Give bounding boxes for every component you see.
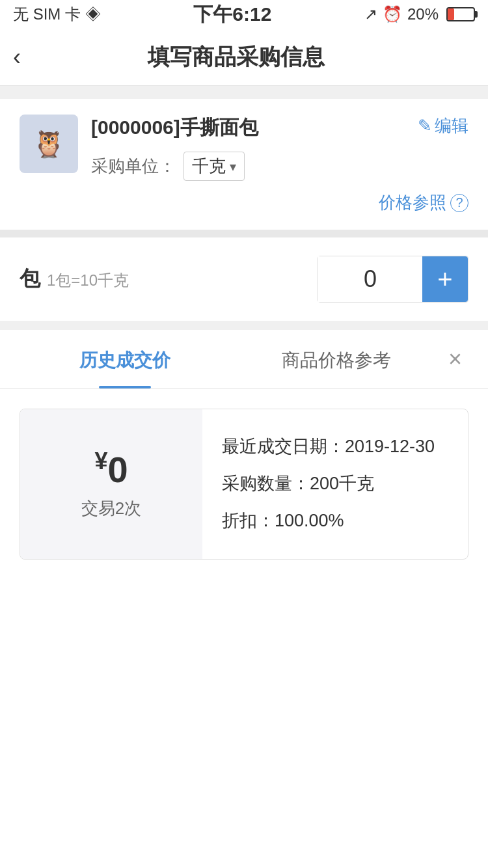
- discount-label: 折扣：: [222, 511, 275, 530]
- purchase-qty-label: 采购数量：: [222, 474, 310, 493]
- status-bar: 无 SIM 卡 ◈ 下午6:12 ↗ ⏰ 20%: [0, 0, 488, 29]
- quantity-plus-button[interactable]: +: [422, 256, 468, 302]
- product-top-row: 🦉 [0000006]手撕面包 采购单位： 千克 ▾ ✎ 编辑: [20, 115, 468, 181]
- product-name: [0000006]手撕面包: [91, 115, 258, 141]
- unit-select-dropdown[interactable]: 千克 ▾: [183, 152, 245, 181]
- product-info: [0000006]手撕面包 采购单位： 千克 ▾: [91, 115, 258, 181]
- quantity-input[interactable]: [318, 256, 422, 302]
- status-left: 无 SIM 卡 ◈: [13, 4, 101, 25]
- location-icon: ↗: [364, 5, 377, 23]
- battery-percent: 20%: [407, 5, 439, 23]
- status-time: 下午6:12: [193, 1, 271, 28]
- tabs-section: 历史成交价 商品价格参考 × ¥0 交易2次 最近成交日期：2019-12-30…: [0, 330, 488, 868]
- currency-symbol: ¥: [94, 448, 107, 474]
- product-bottom-row: 价格参照 ?: [20, 191, 468, 214]
- battery-icon: [446, 7, 475, 21]
- purchase-qty-row: 采购数量：200千克: [222, 470, 448, 498]
- quantity-input-wrap: +: [318, 256, 468, 303]
- quantity-row: 包 1包=10千克 +: [0, 237, 488, 321]
- help-icon: ?: [450, 194, 468, 212]
- section-divider: [0, 230, 488, 237]
- recent-date-label: 最近成交日期：: [222, 437, 345, 456]
- alarm-icon: ⏰: [383, 5, 402, 23]
- discount-row: 折扣：100.00%: [222, 507, 448, 535]
- back-button[interactable]: ‹: [13, 37, 34, 77]
- price-ref-label: 价格参照: [379, 191, 446, 214]
- tab-product-price-ref[interactable]: 商品价格参考: [230, 330, 441, 388]
- discount-value: 100.00%: [275, 511, 344, 530]
- edit-icon: ✎: [418, 116, 432, 136]
- product-card: 🦉 [0000006]手撕面包 采购单位： 千克 ▾ ✎ 编辑 价格参照 ?: [0, 99, 488, 230]
- quantity-conversion-label: 1包=10千克: [47, 270, 129, 291]
- quantity-unit-label: 包: [20, 265, 40, 293]
- edit-button[interactable]: ✎ 编辑: [418, 115, 468, 137]
- trade-count-label: 交易2次: [81, 497, 141, 520]
- page-title: 填写商品采购信息: [34, 42, 439, 72]
- product-unit-row: 采购单位： 千克 ▾: [91, 152, 258, 181]
- tabs-header: 历史成交价 商品价格参考 ×: [0, 330, 488, 389]
- price-ref-button[interactable]: 价格参照 ?: [379, 191, 468, 214]
- tabs-close-button[interactable]: ×: [442, 339, 468, 379]
- product-thumbnail: 🦉: [20, 115, 78, 173]
- product-owl-icon: 🦉: [33, 129, 65, 159]
- recent-date-value: 2019-12-30: [345, 437, 435, 456]
- bottom-area: [0, 579, 488, 868]
- price-display: ¥0: [94, 448, 128, 491]
- tab-history-price[interactable]: 历史成交价: [20, 330, 230, 388]
- price-value: 0: [107, 449, 128, 490]
- purchase-qty-value: 200千克: [310, 474, 374, 493]
- dropdown-arrow-icon: ▾: [230, 159, 236, 174]
- unit-value: 千克: [192, 155, 226, 178]
- history-right-panel: 最近成交日期：2019-12-30 采购数量：200千克 折扣：100.00%: [202, 409, 468, 559]
- sim-status: 无 SIM 卡 ◈: [13, 4, 101, 25]
- history-price-card: ¥0 交易2次 最近成交日期：2019-12-30 采购数量：200千克 折扣：…: [20, 409, 468, 560]
- status-right: ↗ ⏰ 20%: [364, 5, 475, 23]
- edit-label: 编辑: [435, 115, 468, 137]
- recent-date-row: 最近成交日期：2019-12-30: [222, 433, 448, 461]
- unit-label: 采购单位：: [91, 155, 176, 178]
- product-left: 🦉 [0000006]手撕面包 采购单位： 千克 ▾: [20, 115, 258, 181]
- history-left-panel: ¥0 交易2次: [20, 409, 202, 559]
- quantity-label-wrap: 包 1包=10千克: [20, 265, 318, 293]
- nav-bar: ‹ 填写商品采购信息: [0, 29, 488, 86]
